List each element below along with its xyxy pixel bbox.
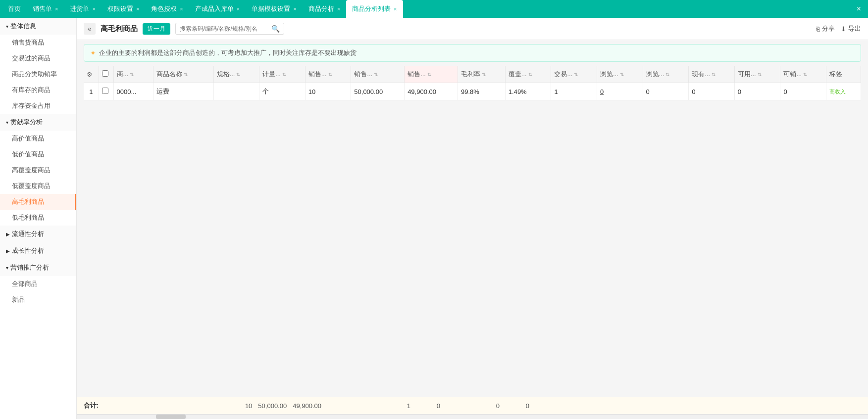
cell-tag: 高收入 [826, 83, 861, 100]
info-icon: ✦ [90, 49, 96, 57]
search-icon[interactable]: 🔍 [271, 25, 280, 33]
footer-cell-empty2 [136, 402, 166, 410]
col-transactions: 交易...⇅ [551, 66, 597, 83]
sidebar-group-marketing[interactable]: ▾ 营销推广分析 [0, 259, 76, 276]
sidebar-item-low-margin[interactable]: 低毛利商品 [0, 210, 76, 226]
sidebar-group-liquidity[interactable]: ▶ 流通性分析 [0, 226, 76, 242]
col-sales-qty: 销售...⇅ [305, 66, 351, 83]
sidebar-item-high-margin[interactable]: 高毛利商品 [0, 194, 76, 210]
sidebar-item-traded-goods[interactable]: 交易过的商品 [0, 50, 76, 66]
footer-stock: 0 [473, 402, 503, 410]
tab-template-close[interactable]: × [293, 6, 296, 12]
sort-icon-views2[interactable]: ⇅ [665, 72, 669, 77]
tab-permission[interactable]: 权限设置 × [102, 0, 145, 18]
search-input[interactable] [180, 25, 271, 32]
tab-purchase[interactable]: 进货单 × [64, 0, 101, 18]
sort-icon-sales-amount[interactable]: ⇅ [374, 72, 378, 77]
sidebar: ▾ 整体信息 销售货商品 交易过的商品 商品分类助销率 有库存的商品 库存资金占… [0, 18, 77, 419]
row-checkbox[interactable] [102, 88, 108, 94]
bottom-scrollbar[interactable] [77, 414, 868, 419]
sidebar-item-high-coverage[interactable]: 高覆盖度商品 [0, 162, 76, 178]
header-actions: ⎗ 分享 ⬇ 导出 [816, 24, 861, 33]
col-name: 商品名称⇅ [153, 66, 213, 83]
settings-icon[interactable]: ⚙ [87, 71, 93, 78]
tab-sales-order[interactable]: 销售单 × [27, 0, 64, 18]
sort-icon-transactions[interactable]: ⇅ [574, 72, 578, 77]
export-icon: ⬇ [841, 25, 846, 33]
sidebar-group-growth[interactable]: ▶ 成长性分析 [0, 242, 76, 259]
tab-product-analysis-list-close[interactable]: × [394, 6, 397, 12]
col-checkbox[interactable] [99, 66, 113, 83]
tab-home[interactable]: 首页 [2, 0, 27, 18]
export-button[interactable]: ⬇ 导出 [841, 24, 861, 33]
cell-checkbox[interactable] [99, 83, 113, 100]
content-area: « 高毛利商品 近一月 🔍 ⎗ 分享 ⬇ 导出 ✦ 企业的主要的利润都是这部 [77, 18, 868, 419]
sort-icon-name[interactable]: ⇅ [184, 72, 188, 77]
tab-bar: 首页 销售单 × 进货单 × 权限设置 × 角色授权 × 产成品入库单 × 单据… [0, 0, 868, 18]
sidebar-group-overall[interactable]: ▾ 整体信息 [0, 18, 76, 35]
arrow-liquidity: ▶ [6, 232, 10, 237]
cell-stock-qty: 0 [689, 83, 735, 100]
col-coverage: 覆盖...⇅ [505, 66, 551, 83]
sort-icon-sales-profit[interactable]: ⇅ [427, 72, 431, 77]
tab-role-close[interactable]: × [180, 6, 183, 12]
tab-purchase-close[interactable]: × [92, 6, 95, 12]
tab-permission-close[interactable]: × [136, 6, 139, 12]
page-title: 高毛利商品 [101, 24, 138, 34]
sidebar-item-high-value[interactable]: 高价值商品 [0, 131, 76, 146]
col-gross-rate: 毛利率⇅ [458, 66, 505, 83]
cell-available: 0 [734, 83, 780, 100]
footer-values: 10 50,000.00 49,900.00 1 0 0 0 [106, 402, 861, 410]
sidebar-item-sales-goods[interactable]: 销售货商品 [0, 35, 76, 50]
tab-template[interactable]: 单据模板设置 × [246, 0, 302, 18]
footer-cell-empty1 [106, 402, 136, 410]
views1-link[interactable]: 0 [600, 88, 604, 95]
sidebar-item-stock-capital[interactable]: 库存资金占用 [0, 98, 76, 114]
sort-icon-views1[interactable]: ⇅ [620, 72, 624, 77]
tab-product-inbound[interactable]: 产成品入库单 × [189, 0, 246, 18]
sort-icon-coverage[interactable]: ⇅ [528, 72, 532, 77]
sort-icon-code[interactable]: ⇅ [130, 72, 134, 77]
sidebar-item-low-coverage[interactable]: 低覆盖度商品 [0, 178, 76, 194]
share-button[interactable]: ⎗ 分享 [816, 24, 835, 33]
sidebar-item-new-goods[interactable]: 新品 [0, 292, 76, 308]
tab-product-analysis-list[interactable]: 商品分析列表 × [346, 0, 403, 18]
col-available: 可用...⇅ [734, 66, 780, 83]
sort-icon-available[interactable]: ⇅ [758, 72, 762, 77]
table-header-row: ⚙ 商...⇅ 商品名称⇅ 规格...⇅ [84, 66, 861, 83]
period-button[interactable]: 近一月 [143, 23, 170, 35]
footer-sales-profit: 49,900.00 [290, 402, 324, 410]
sidebar-item-in-stock[interactable]: 有库存的商品 [0, 82, 76, 98]
sort-icon-gross-rate[interactable]: ⇅ [482, 72, 486, 77]
select-all-checkbox[interactable] [102, 70, 108, 77]
tab-product-inbound-close[interactable]: × [237, 6, 240, 12]
sort-icon-spec[interactable]: ⇅ [236, 72, 240, 77]
sidebar-group-contribution[interactable]: ▾ 贡献率分析 [0, 114, 76, 131]
cell-views1[interactable]: 0 [597, 83, 643, 100]
sidebar-item-all-goods[interactable]: 全部商品 [0, 276, 76, 292]
sort-icon-sales-qty[interactable]: ⇅ [328, 72, 332, 77]
table-container[interactable]: ⚙ 商...⇅ 商品名称⇅ 规格...⇅ [84, 66, 861, 397]
tab-sales-order-close[interactable]: × [55, 6, 58, 12]
tab-role[interactable]: 角色授权 × [145, 0, 189, 18]
scrollbar-thumb[interactable] [156, 415, 186, 419]
col-settings[interactable]: ⚙ [84, 66, 99, 83]
cell-name: 运费 [153, 83, 213, 100]
tab-product-analysis-close[interactable]: × [337, 6, 340, 12]
col-spec: 规格...⇅ [213, 66, 259, 83]
content-header: « 高毛利商品 近一月 🔍 ⎗ 分享 ⬇ 导出 [77, 18, 868, 40]
sidebar-item-category-rate[interactable]: 商品分类助销率 [0, 66, 76, 82]
arrow-contribution: ▾ [6, 120, 8, 125]
sidebar-collapse-button[interactable]: « [84, 23, 96, 35]
sidebar-item-low-value[interactable]: 低价值商品 [0, 146, 76, 162]
sort-icon-stock-qty[interactable]: ⇅ [712, 72, 715, 77]
window-close-button[interactable]: × [852, 4, 866, 13]
arrow-growth: ▶ [6, 248, 10, 254]
sort-icon-saleable[interactable]: ⇅ [803, 72, 807, 77]
col-tag: 标签 [826, 66, 861, 83]
footer-sales-qty: 10 [225, 402, 255, 410]
main-layout: ▾ 整体信息 销售货商品 交易过的商品 商品分类助销率 有库存的商品 库存资金占… [0, 18, 868, 419]
sort-icon-unit[interactable]: ⇅ [282, 72, 286, 77]
share-icon: ⎗ [816, 25, 820, 33]
tab-product-analysis[interactable]: 商品分析 × [303, 0, 346, 18]
